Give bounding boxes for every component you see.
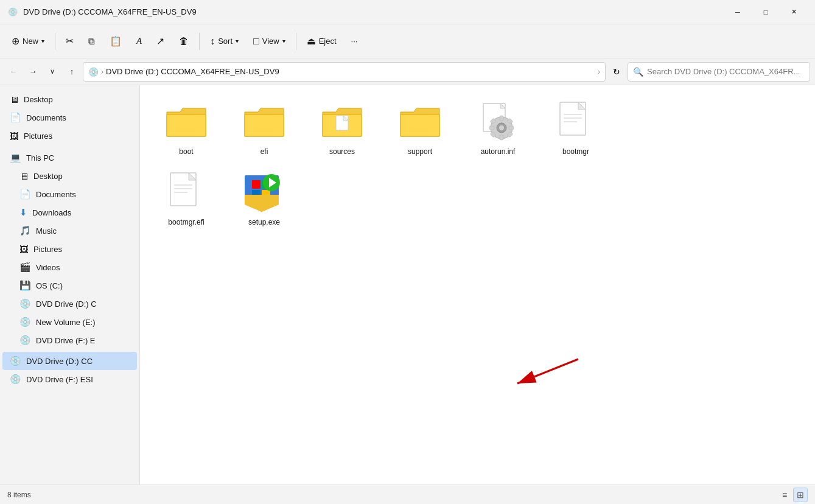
setup-label: setup.exe [248,218,280,226]
address-path[interactable]: 💿 › DVD Drive (D:) CCCOMA_X64FRE_EN-US_D… [83,62,606,82]
grid-view-button[interactable]: ⊞ [793,488,808,502]
autorun-label: autorun.inf [481,147,516,156]
back-button[interactable]: ← [5,63,22,80]
toolbar: ⊕ New ▾ ✂ ⧉ 📋 A ↗ 🗑 ↕ Sort ▾ □ View ▾ ⏏ … [0,24,815,58]
view-button[interactable]: □ View ▾ [247,30,292,52]
sidebar-item-dvd-d[interactable]: 💿 DVD Drive (D:) C [2,295,137,313]
eject-label: Eject [319,37,337,46]
grid-view-icon: ⊞ [797,490,804,500]
svg-rect-7 [489,126,494,130]
sidebar-item-dvd-f2[interactable]: 💿 DVD Drive (F:) ESI [2,370,137,388]
share-button[interactable]: ↗ [150,30,171,52]
search-icon: 🔍 [633,67,643,77]
sidebar-item-os-c[interactable]: 💾 OS (C:) [2,276,137,295]
os-c-icon: 💾 [19,280,31,291]
sidebar-item-label: This PC [26,153,54,163]
file-item-efi[interactable]: efi [228,95,301,161]
view-label: View [262,37,279,46]
close-button[interactable]: ✕ [780,2,808,22]
sidebar-item-label: Documents [26,113,66,122]
refresh-button[interactable]: ↻ [608,63,625,80]
eject-button[interactable]: ⏏ Eject [300,30,343,52]
dvd-d2-icon: 💿 [10,355,21,366]
up-button[interactable]: ↑ [63,63,80,80]
sidebar-item-this-pc[interactable]: 💻 This PC [2,149,137,167]
file-item-boot[interactable]: boot [150,95,223,161]
sidebar-item-music[interactable]: 🎵 Music [2,222,137,240]
forward-button[interactable]: → [24,63,41,80]
new-icon: ⊕ [12,37,19,46]
autorun-icon [476,100,520,144]
cut-button[interactable]: ✂ [59,30,80,52]
rename-button[interactable]: A [130,30,149,52]
sort-button[interactable]: ↕ Sort ▾ [203,30,245,52]
sidebar-item-label: DVD Drive (D:) C [36,299,97,309]
toolbar-separator-3 [296,33,296,50]
new-chevron-icon: ▾ [41,38,44,44]
sidebar-item-desktop-top[interactable]: 🖥 Desktop [2,90,137,108]
files-grid-row2: bootmgr.efi [150,166,805,231]
pictures-pc-icon: 🖼 [19,244,29,254]
maximize-button[interactable]: □ [752,2,780,22]
sidebar-item-label: DVD Drive (F:) E [36,336,96,345]
sidebar-item-label: Desktop [24,95,53,104]
file-item-support[interactable]: support [383,95,456,161]
sidebar-item-label: Downloads [32,208,71,217]
sidebar-item-dvd-d2[interactable]: 💿 DVD Drive (D:) CC [2,352,137,370]
file-item-autorun[interactable]: autorun.inf [461,95,534,161]
file-item-bootmgr[interactable]: bootmgr [539,95,612,161]
pictures-top-icon: 🖼 [10,131,19,141]
file-item-bootmgr-efi[interactable]: bootmgr.efi [150,166,223,231]
minimize-button[interactable]: ─ [724,2,752,22]
file-item-setup[interactable]: setup.exe [228,166,301,231]
sidebar-item-videos[interactable]: 🎬 Videos [2,258,137,276]
copy-button[interactable]: ⧉ [82,30,102,52]
new-button[interactable]: ⊕ New ▾ [5,30,51,52]
view-toggle-buttons: ≡ ⊞ [777,488,808,502]
delete-icon: 🗑 [179,37,189,46]
title-bar-controls: ─ □ ✕ [724,2,808,22]
sidebar-item-desktop-pc[interactable]: 🖥 Desktop [2,167,137,185]
dvd-d-icon: 💿 [19,298,31,309]
svg-rect-5 [500,116,503,121]
delete-button[interactable]: 🗑 [172,30,195,52]
paste-button[interactable]: 📋 [103,30,128,52]
sidebar-item-downloads[interactable]: ⬇ Downloads [2,203,137,222]
title-bar: 💿 DVD Drive (D:) CCCOMA_X64FRE_EN-US_DV9… [0,0,815,24]
svg-point-4 [499,125,504,130]
bootmgr-label: bootmgr [562,147,589,156]
downloads-icon: ⬇ [19,207,27,218]
sidebar-item-label: OS (C:) [36,281,63,290]
svg-rect-0 [336,116,348,130]
sidebar-item-dvd-f[interactable]: 💿 DVD Drive (F:) E [2,331,137,349]
list-view-button[interactable]: ≡ [777,488,792,502]
dvd-f-icon: 💿 [19,335,31,346]
path-separator-1: › [101,68,103,76]
sidebar-item-label: New Volume (E:) [36,318,96,327]
list-view-icon: ≡ [782,490,787,500]
sidebar-item-new-volume-e[interactable]: 💿 New Volume (E:) [2,313,137,331]
sidebar-item-documents-top[interactable]: 📄 Documents [2,108,137,127]
sidebar-item-documents-pc[interactable]: 📄 Documents [2,185,137,203]
new-label: New [23,37,38,46]
sidebar-item-pictures-pc[interactable]: 🖼 Pictures [2,240,137,258]
files-grid: boot efi [150,95,805,161]
status-bar: 8 items ≡ ⊞ [0,485,815,504]
sidebar: 🖥 Desktop 📄 Documents 🖼 Pictures 💻 This … [0,85,140,485]
path-separator-2: › [598,68,600,76]
videos-icon: 🎬 [19,262,31,273]
eject-icon: ⏏ [307,37,316,46]
file-item-sources[interactable]: sources [306,95,379,161]
address-bar: ← → ∨ ↑ 💿 › DVD Drive (D:) CCCOMA_X64FRE… [0,58,815,85]
search-box[interactable]: 🔍 [628,62,810,82]
main-layout: 🖥 Desktop 📄 Documents 🖼 Pictures 💻 This … [0,85,815,485]
dropdown-button[interactable]: ∨ [44,63,61,80]
sidebar-item-label: Desktop [33,172,63,181]
desktop-pc-icon: 🖥 [19,171,29,181]
this-pc-icon: 💻 [10,152,21,163]
more-button[interactable]: ··· [345,30,365,52]
sidebar-item-pictures-top[interactable]: 🖼 Pictures [2,127,137,145]
path-drive-icon: 💿 [88,67,99,77]
sort-chevron-icon: ▾ [236,38,239,44]
search-input[interactable] [647,67,805,76]
